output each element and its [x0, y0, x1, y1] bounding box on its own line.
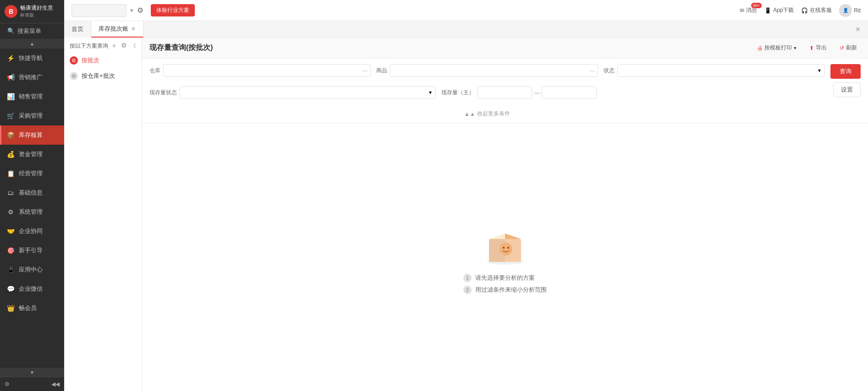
online-support-btn[interactable]: 🎧 在线客服 [801, 6, 832, 14]
sidebar-item-inventory[interactable]: 📦 库存核算 [0, 125, 64, 145]
tab-close-btn[interactable]: ✕ [131, 26, 136, 32]
export-icon: ⬆ [809, 45, 814, 51]
filter-panel-header: 按以下方案查询 ＋ ⚙ 《 [64, 38, 142, 53]
topbar-search-input[interactable] [71, 4, 126, 17]
svg-point-7 [507, 247, 509, 249]
sidebar-item-sales[interactable]: 📊 销售管理 [0, 87, 64, 106]
settings-button[interactable]: 设置 [833, 82, 861, 97]
scheme-warehouse-batch-icon: ⚙ [70, 72, 78, 80]
trial-btn[interactable]: 体验行业方案 [151, 4, 195, 16]
topbar-search-area: ▾ ⚙ 体验行业方案 [71, 4, 740, 17]
filter-scheme-warehouse-batch[interactable]: ⚙ 按仓库+批次 [64, 68, 142, 84]
inventory-status-arrow: ▾ [429, 89, 432, 96]
add-scheme-btn[interactable]: ＋ [111, 42, 117, 50]
inventory-amount-from[interactable] [477, 86, 532, 99]
collapse-row: ▲▲ 收起更多条件 [149, 110, 825, 118]
user-profile-btn[interactable]: 👤 Rit [839, 4, 861, 17]
sidebar-item-enterprise[interactable]: 🤝 企业协同 [0, 222, 64, 241]
app-center-icon: 📱 [6, 265, 15, 274]
svg-marker-3 [505, 234, 521, 239]
sidebar-scroll-up[interactable]: ▲ [0, 39, 64, 49]
query-form: 仓库 ··· 商品 ··· [142, 59, 868, 124]
finance-icon: 💰 [6, 150, 15, 159]
warehouse-more-btn[interactable]: ··· [360, 67, 371, 74]
sidebar-item-member[interactable]: 👑 畅会员 [0, 299, 64, 318]
company-name: 畅康通好生意 [20, 5, 53, 12]
query-row-1: 仓库 ··· 商品 ··· [149, 64, 825, 77]
filter-panel: 按以下方案查询 ＋ ⚙ 《 ⚙ 按批次 ⚙ 按仓库+批次 [64, 38, 142, 391]
step-1-text: 请先选择要分析的方案 [475, 274, 535, 282]
export-label: 导出 [816, 44, 827, 52]
sidebar-scroll-down[interactable]: ▼ [0, 368, 64, 377]
search-icon: 🔍 [7, 27, 15, 34]
inventory-amount-label: 现存量（主） [441, 89, 474, 97]
quick-nav-icon: ⚡ [6, 54, 15, 63]
product-input[interactable] [390, 67, 587, 74]
inventory-amount-to[interactable] [542, 86, 597, 99]
sidebar-item-quick-nav[interactable]: ⚡ 快捷导航 [0, 49, 64, 68]
inventory-icon: 📦 [6, 130, 15, 140]
message-btn[interactable]: ✉ 消息 99+ [740, 6, 757, 14]
content-area: 按以下方案查询 ＋ ⚙ 《 ⚙ 按批次 ⚙ 按仓库+批次 现存量查询(按批次) [64, 38, 868, 391]
status-select[interactable]: ▾ [617, 64, 825, 77]
sidebar-item-purchase[interactable]: 🛒 采购管理 [0, 106, 64, 125]
filter-scheme-warehouse-batch-label: 按仓库+批次 [82, 72, 115, 80]
sidebar-item-label: 营销推广 [19, 73, 43, 81]
sidebar-item-new-guide[interactable]: 🎯 新手引导 [0, 241, 64, 260]
app-download-label: App下载 [773, 6, 794, 14]
step-2-number: 2 [463, 286, 472, 294]
avatar: 👤 [839, 4, 852, 17]
sales-icon: 📊 [6, 92, 15, 101]
sidebar-item-finance[interactable]: 💰 资金管理 [0, 145, 64, 164]
sidebar-item-system[interactable]: ⚙ 系统管理 [0, 202, 64, 222]
filter-panel-actions: ＋ ⚙ 《 [111, 42, 136, 50]
tab-home[interactable]: 首页 [64, 21, 91, 38]
print-icon: 🖨 [757, 45, 763, 51]
collapse-sidebar-btn[interactable]: ◀◀ [51, 381, 60, 387]
settings-footer-btn[interactable]: ⚙ [5, 381, 10, 387]
sidebar-item-operations[interactable]: 📋 经营管理 [0, 164, 64, 183]
product-more-btn[interactable]: ··· [587, 67, 598, 74]
empty-state: 1 请先选择要分析的方案 2 用过滤条件来缩小分析范围 [142, 124, 868, 391]
sidebar-item-label: 应用中心 [19, 266, 43, 274]
template-print-btn[interactable]: 🖨 按模板打印 ▾ [753, 42, 800, 54]
warehouse-input[interactable] [164, 67, 360, 74]
username-label: Rit [854, 7, 861, 14]
topbar-gear-icon[interactable]: ⚙ [137, 6, 143, 15]
svg-point-6 [503, 247, 505, 249]
app-download-btn[interactable]: 📱 App下载 [764, 6, 794, 14]
topbar-arrow-icon[interactable]: ▾ [130, 7, 133, 14]
print-arrow-icon: ▾ [794, 45, 797, 51]
enterprise-icon: 🤝 [6, 227, 15, 236]
marketing-icon: 📢 [6, 73, 15, 82]
export-btn[interactable]: ⬆ 导出 [806, 42, 830, 54]
search-menu-item[interactable]: 🔍 搜索菜单 [0, 23, 64, 39]
step-2-text: 用过滤条件来缩小分析范围 [475, 286, 547, 294]
sidebar-item-marketing[interactable]: 📢 营销推广 [0, 68, 64, 87]
filter-panel-title: 按以下方案查询 [70, 42, 108, 50]
warehouse-field: 仓库 ··· [149, 64, 371, 77]
status-field: 状态 ▾ [604, 64, 825, 77]
collapse-filter-btn[interactable]: 《 [131, 42, 136, 50]
sidebar-item-label: 畅会员 [19, 304, 37, 312]
collapse-conditions-btn[interactable]: ▲▲ 收起更多条件 [464, 110, 510, 118]
settings-footer-icon: ⚙ [5, 381, 10, 387]
sidebar-item-app-center[interactable]: 📱 应用中心 [0, 260, 64, 279]
sidebar-item-label: 库存核算 [19, 131, 43, 139]
template-print-label: 按模板打印 [764, 44, 792, 52]
tab-bar-close-btn[interactable]: ✕ [848, 26, 868, 33]
tab-inventory-batch[interactable]: 库存批次账 ✕ [91, 21, 143, 38]
topbar: ▾ ⚙ 体验行业方案 ✉ 消息 99+ 📱 App下载 🎧 在线客服 👤 Rit [64, 0, 868, 21]
inventory-amount-separator: — [534, 89, 540, 96]
sidebar-item-label: 新手引导 [19, 246, 43, 255]
sidebar-item-base-info[interactable]: 🗂 基础信息 [0, 183, 64, 202]
main-area: ▾ ⚙ 体验行业方案 ✉ 消息 99+ 📱 App下载 🎧 在线客服 👤 Rit [64, 0, 868, 391]
sidebar-item-enterprise-wechat[interactable]: 💬 企业微信 [0, 279, 64, 299]
app-logo: B [5, 5, 17, 18]
app-download-icon: 📱 [764, 7, 771, 14]
inventory-status-select[interactable]: ▾ [180, 86, 436, 99]
refresh-btn[interactable]: ↺ 刷新 [836, 42, 861, 54]
query-button[interactable]: 查询 [830, 64, 861, 79]
filter-scheme-batch[interactable]: ⚙ 按批次 [64, 53, 142, 68]
settings-scheme-btn[interactable]: ⚙ [121, 42, 127, 50]
